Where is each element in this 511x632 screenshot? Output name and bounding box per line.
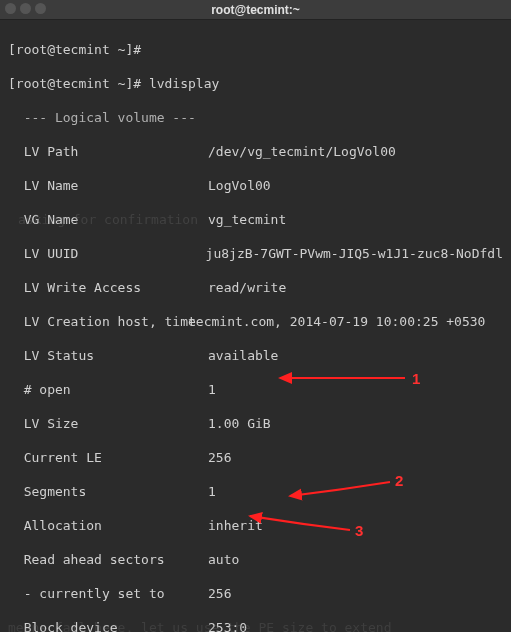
label-vg-name: VG Nameasking for confirmation [8, 211, 208, 228]
prompt-cmd: [root@tecmint ~]# lvdisplay [8, 75, 503, 92]
value-segs: 1 [208, 483, 216, 500]
value-lv-ch: tecmint.com, 2014-07-19 10:00:25 +0530 [188, 313, 485, 330]
field-row: LV Statusavailable [8, 347, 503, 364]
field-row: Current LE256 [8, 449, 503, 466]
field-row: LV Write Accessread/write [8, 279, 503, 296]
label-cur-set: - currently set to [8, 585, 208, 602]
prompt-empty: [root@tecmint ~]# [8, 41, 503, 58]
field-row: Block device253:0means fail here, let us… [8, 619, 503, 632]
minimize-icon[interactable] [20, 3, 31, 14]
value-lv-status: available [208, 347, 278, 364]
label-lv-name: LV Name [8, 177, 208, 194]
label-alloc: Allocation [8, 517, 208, 534]
label-ras: Read ahead sectors [8, 551, 208, 568]
prompt: [root@tecmint ~]# [8, 76, 149, 91]
value-lv-wa: read/write [208, 279, 286, 296]
label-lv-wa: LV Write Access [8, 279, 208, 296]
label-segs: Segments [8, 483, 208, 500]
value-alloc: inherit [208, 517, 263, 534]
field-row: Allocationinherit [8, 517, 503, 534]
window-buttons [5, 3, 46, 14]
value-lv-name: LogVol00 [208, 177, 271, 194]
label-lv-size: LV Size [8, 415, 208, 432]
field-row: LV NameLogVol00 [8, 177, 503, 194]
value-cur-set: 256 [208, 585, 231, 602]
window-titlebar: root@tecmint:~ [0, 0, 511, 20]
value-vg-name: vg_tecmint [208, 211, 286, 228]
field-row: VG Nameasking for confirmationvg_tecmint [8, 211, 503, 228]
field-row: LV Creation host, timetecmint.com, 2014-… [8, 313, 503, 330]
label-open: # open [8, 381, 208, 398]
field-row: LV Size1.00 GiB [8, 415, 503, 432]
value-cur-le: 256 [208, 449, 231, 466]
value-ras: auto [208, 551, 239, 568]
value-lv-uuid: ju8jzB-7GWT-PVwm-JIQ5-w1J1-zuc8-NoDfdl [206, 245, 503, 262]
label-lv-ch: LV Creation host, time [8, 313, 188, 330]
label-cur-le: Current LE [8, 449, 208, 466]
command: lvdisplay [149, 76, 219, 91]
field-row: LV Path/dev/vg_tecmint/LogVol00 [8, 143, 503, 160]
window-title: root@tecmint:~ [211, 3, 300, 17]
field-row: LV UUIDju8jzB-7GWT-PVwm-JIQ5-w1J1-zuc8-N… [8, 245, 503, 262]
field-row: Segments1 [8, 483, 503, 500]
value-open: 1 [208, 381, 216, 398]
terminal-output[interactable]: [root@tecmint ~]# [root@tecmint ~]# lvdi… [0, 20, 511, 632]
value-lv-size: 1.00 GiB [208, 415, 271, 432]
label-lv-uuid: LV UUID [8, 245, 206, 262]
label-lv-path: LV Path [8, 143, 208, 160]
value-lv-path: /dev/vg_tecmint/LogVol00 [208, 143, 396, 160]
section-header: --- Logical volume --- [8, 109, 503, 126]
maximize-icon[interactable] [35, 3, 46, 14]
field-row: Read ahead sectorsauto [8, 551, 503, 568]
label-lv-status: LV Status [8, 347, 208, 364]
field-row: # open1 [8, 381, 503, 398]
field-row: - currently set to256 [8, 585, 503, 602]
close-icon[interactable] [5, 3, 16, 14]
